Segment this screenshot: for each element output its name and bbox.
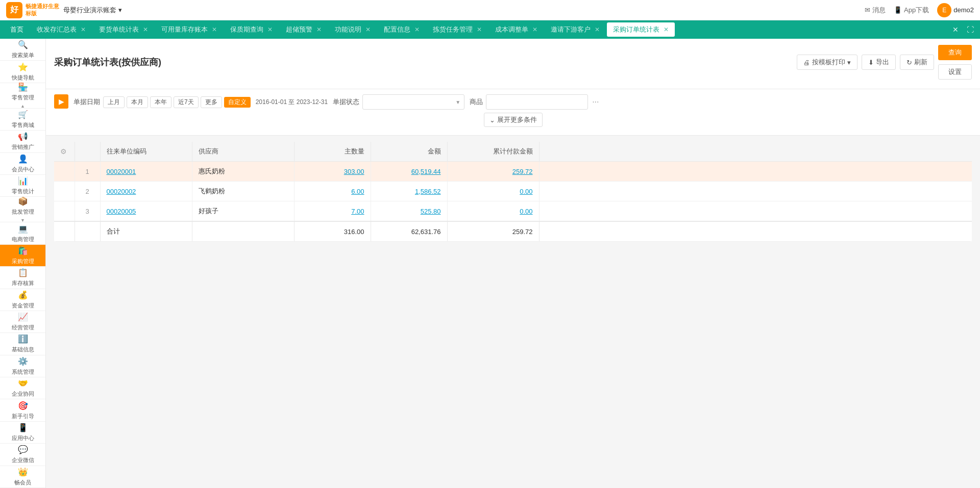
col-main-qty: 主数量 — [294, 142, 371, 162]
app-download-button[interactable]: 📱 App下载 — [894, 6, 929, 15]
chevron-up-icon: ▲ — [20, 104, 25, 109]
marketing-icon: 📢 — [18, 132, 28, 141]
close-icon[interactable]: ✕ — [143, 26, 148, 33]
tab-home[interactable]: 首页 — [4, 22, 30, 37]
tab-chengbentiaoz[interactable]: 成本调整单 ✕ — [489, 22, 544, 37]
close-icon[interactable]: ✕ — [595, 26, 600, 33]
message-button[interactable]: ✉ 消息 — [865, 6, 886, 15]
sidebar-item-shortcut[interactable]: ⭐ 快捷导航 — [0, 61, 45, 83]
shortcut-this-month[interactable]: 本月 — [127, 96, 148, 108]
tab-baozhiqi[interactable]: 保质期查询 ✕ — [224, 22, 279, 37]
col-extra — [539, 142, 972, 162]
column-settings-icon[interactable]: ⚙ — [60, 147, 67, 156]
clipboard-icon: 📋 — [18, 268, 28, 277]
tab-shoufahui[interactable]: 收发存汇总表 ✕ — [31, 22, 92, 37]
col-index — [75, 142, 100, 162]
settings-button[interactable]: 设置 — [938, 64, 972, 80]
sidebar-item-inventory[interactable]: 📋 库存核算 — [0, 267, 45, 289]
cell-extra — [539, 182, 972, 201]
export-button[interactable]: ⬇ 导出 — [862, 55, 896, 70]
sidebar-item-operations[interactable]: 📈 经营管理 — [0, 311, 45, 333]
date-filter-item: 单据日期 上月 本月 本年 近7天 更多 自定义 — [74, 96, 251, 108]
tab-chaochuyujing[interactable]: 超储预警 ✕ — [280, 22, 328, 37]
sidebar-item-vip[interactable]: 👑 畅会员 — [0, 466, 45, 488]
store-icon: 🏪 — [18, 82, 28, 92]
sidebar-item-newbie[interactable]: 🎯 新手引导 — [0, 399, 45, 421]
tab-peihuorenwu[interactable]: 拣货任务管理 ✕ — [427, 22, 488, 37]
close-icon[interactable]: ✕ — [477, 26, 482, 33]
sidebar-item-cooperation[interactable]: 🤝 企业协同 — [0, 377, 45, 399]
sidebar-item-ecommerce[interactable]: 💻 电商管理 — [0, 222, 45, 244]
footer-label: 合计 — [100, 221, 192, 242]
sidebar: 🔍 搜索菜单 ⭐ 快捷导航 🏪 零售管理 ▲ 🛒 零售商城 📢 营销推广 👤 会… — [0, 39, 46, 488]
sidebar-item-purchase[interactable]: 🛍️ 采购管理 — [0, 245, 45, 267]
tab-yaoqingxiayou[interactable]: 邀请下游客户 ✕ — [545, 22, 606, 37]
status-select[interactable] — [362, 94, 464, 110]
cell-paid-amount: 0.00 — [447, 182, 539, 201]
table-row[interactable]: 1 00020001 惠氏奶粉 303.00 60,519.44 — [54, 162, 972, 182]
sidebar-item-member[interactable]: 👤 会员中心 — [0, 153, 45, 175]
search-icon: 🔍 — [18, 40, 28, 49]
more-options-icon[interactable]: ··· — [590, 97, 601, 107]
crown-icon: 👑 — [18, 467, 28, 477]
sidebar-item-appcenter[interactable]: 📱 应用中心 — [0, 422, 45, 444]
expand-button[interactable]: ▶ — [54, 94, 68, 109]
expand-more-button[interactable]: ⌄ 展开更多条件 — [484, 113, 543, 127]
maximize-button[interactable]: ⛶ — [965, 24, 976, 35]
shortcut-this-year[interactable]: 本年 — [150, 96, 172, 108]
sidebar-item-retail-stat[interactable]: 📊 零售统计 — [0, 175, 45, 197]
shortcut-more[interactable]: 更多 — [201, 96, 222, 108]
goods-label: 商品 — [470, 97, 483, 107]
close-tab-button[interactable]: ✕ — [950, 24, 961, 35]
cell-index: 2 — [75, 182, 100, 201]
sidebar-item-search[interactable]: 🔍 搜索菜单 — [0, 39, 45, 61]
page-header: 采购订单统计表(按供应商) 🖨 按模板打印 ▾ ⬇ 导出 ↻ 刷新 — [46, 39, 980, 89]
tab-peizhi[interactable]: 配置信息 ✕ — [378, 22, 426, 37]
custom-date-badge[interactable]: 自定义 — [224, 97, 251, 108]
close-icon[interactable]: ✕ — [212, 26, 217, 33]
table-header-row: ⚙ 往来单位编码 供应商 主数量 金额 累计付款金额 — [54, 142, 972, 162]
tab-keyongliang[interactable]: 可用量库存账本 ✕ — [155, 22, 223, 37]
sidebar-item-wechat[interactable]: 💬 企业微信 — [0, 444, 45, 466]
workspace-dropdown[interactable]: 母婴行业演示账套 ▾ — [63, 6, 122, 15]
nav-right-actions: ✕ ⛶ — [950, 24, 976, 35]
template-print-button[interactable]: 🖨 按模板打印 ▾ — [797, 55, 857, 70]
refresh-button[interactable]: ↻ 刷新 — [900, 55, 934, 70]
sidebar-item-system[interactable]: ⚙️ 系统管理 — [0, 355, 45, 377]
close-icon[interactable]: ✕ — [664, 26, 669, 33]
print-icon: 🖨 — [803, 59, 810, 66]
goods-input[interactable] — [486, 94, 588, 110]
date-range-item: 2016-01-01 至 2023-12-31 — [256, 98, 328, 107]
close-icon[interactable]: ✕ — [267, 26, 273, 33]
cell-amount: 1,586.52 — [371, 182, 447, 201]
close-icon[interactable]: ✕ — [316, 26, 322, 33]
close-icon[interactable]: ✕ — [532, 26, 537, 33]
page-title-row: 采购订单统计表(按供应商) 🖨 按模板打印 ▾ ⬇ 导出 ↻ 刷新 — [54, 45, 972, 80]
close-icon[interactable]: ✕ — [414, 26, 420, 33]
chart-icon: 📊 — [18, 176, 28, 186]
sidebar-item-retail-shop[interactable]: 🛒 零售商城 — [0, 109, 45, 131]
sidebar-item-wholesale[interactable]: 📦 批发管理 ▼ — [0, 197, 45, 222]
tab-yaohuo[interactable]: 要货单统计表 ✕ — [93, 22, 154, 37]
table-row[interactable]: 2 00020002 飞鹤奶粉 6.00 1,586.52 — [54, 182, 972, 201]
close-icon[interactable]: ✕ — [365, 26, 371, 33]
chevron-down-icon: ▾ — [847, 59, 851, 66]
table-row[interactable]: 3 00020005 好孩子 7.00 525.80 0 — [54, 201, 972, 222]
sidebar-item-marketing[interactable]: 📢 营销推广 — [0, 131, 45, 152]
tab-gongneng[interactable]: 功能说明 ✕ — [329, 22, 377, 37]
col-settings: ⚙ — [54, 142, 75, 162]
close-icon[interactable]: ✕ — [81, 26, 86, 33]
tab-caigoudingdan[interactable]: 采购订单统计表 ✕ — [607, 22, 675, 37]
logo-icon: 好 — [6, 2, 22, 18]
col-amount: 金额 — [371, 142, 447, 162]
sidebar-item-finance[interactable]: 💰 资金管理 — [0, 289, 45, 311]
user-profile[interactable]: E demo2 — [937, 3, 974, 17]
shortcut-last-month[interactable]: 上月 — [103, 96, 125, 108]
col-paid-amount: 累计付款金额 — [447, 142, 539, 162]
sidebar-item-retail[interactable]: 🏪 零售管理 ▲ — [0, 83, 45, 109]
cell-paid-amount: 0.00 — [447, 201, 539, 222]
sidebar-item-basic-info[interactable]: ℹ️ 基础信息 — [0, 333, 45, 355]
query-button[interactable]: 查询 — [938, 45, 972, 60]
shortcut-7days[interactable]: 近7天 — [174, 96, 199, 108]
nav-tabs: 首页 收发存汇总表 ✕ 要货单统计表 ✕ 可用量库存账本 ✕ 保质期查询 ✕ 超… — [0, 20, 980, 39]
